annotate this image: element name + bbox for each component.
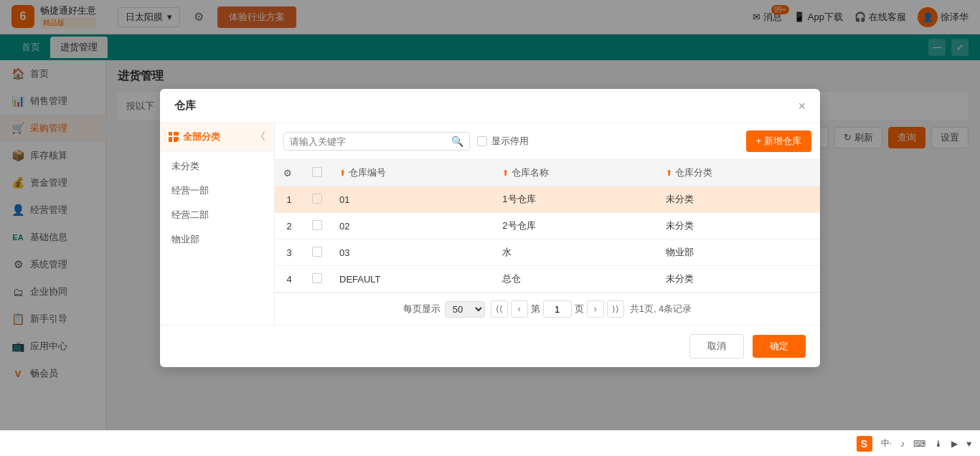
- category-item-unclassified[interactable]: 未分类: [160, 154, 274, 179]
- prev-page-button[interactable]: ‹: [511, 300, 528, 318]
- page-unit: 页: [575, 303, 584, 315]
- last-page-button[interactable]: ⟩⟩: [607, 300, 624, 318]
- status-play[interactable]: ▶: [951, 439, 958, 449]
- category-panel: 全部分类 《 未分类 经营一部 经营二部 物业部: [160, 123, 275, 325]
- row-3-index: 3: [275, 239, 303, 266]
- row-1-index: 1: [275, 186, 303, 213]
- col-name-header: ⬆仓库名称: [494, 160, 656, 186]
- table-row[interactable]: 3 03 水 物业部: [275, 239, 820, 266]
- all-categories[interactable]: 全部分类: [169, 130, 220, 143]
- status-sound[interactable]: ♪: [900, 439, 905, 449]
- show-disabled-toggle[interactable]: 显示停用: [477, 135, 529, 148]
- col-settings-header: ⚙: [275, 160, 303, 186]
- table-row[interactable]: 1 01 1号仓库 未分类: [275, 186, 820, 213]
- status-temp[interactable]: 🌡: [934, 439, 943, 449]
- row-2-check[interactable]: [303, 213, 331, 239]
- page-input[interactable]: [543, 300, 572, 318]
- row-3-name: 水: [494, 239, 656, 266]
- per-page-dropdown[interactable]: 50 100 200: [445, 301, 485, 318]
- grid-icon: [169, 132, 179, 142]
- status-favorite[interactable]: ♥: [966, 439, 971, 449]
- category-item-property[interactable]: 物业部: [160, 227, 274, 252]
- row-1-name: 1号仓库: [494, 186, 656, 213]
- row-4-name: 总仓: [494, 266, 656, 293]
- col-category-header: ⬆仓库分类: [657, 160, 820, 186]
- s-logo: S: [857, 436, 872, 452]
- table-toolbar: 🔍 显示停用 + 新增仓库: [275, 123, 820, 160]
- row-2-name: 2号仓库: [494, 213, 656, 239]
- data-table: ⚙ ⬆仓库编号 ⬆仓库名称 ⬆仓库分类 1 01: [275, 160, 820, 293]
- modal-close-button[interactable]: ×: [798, 100, 806, 113]
- table-row[interactable]: 4 DEFAULT 总仓 未分类: [275, 266, 820, 293]
- category-header: 全部分类 《: [160, 123, 274, 151]
- row-3-category: 物业部: [657, 239, 820, 266]
- warehouse-modal: 仓库 × 全部分类 《 未分类 经营一部 经营二部 物业部: [160, 89, 820, 367]
- cancel-button[interactable]: 取消: [689, 334, 744, 358]
- table-panel: 🔍 显示停用 + 新增仓库 ⚙: [275, 123, 820, 325]
- show-disabled-checkbox[interactable]: [477, 136, 487, 146]
- collapse-icon[interactable]: 《: [255, 130, 265, 143]
- row-1-check[interactable]: [303, 186, 331, 213]
- row-2-index: 2: [275, 213, 303, 239]
- page-label: 第: [531, 303, 540, 315]
- row-4-category: 未分类: [657, 266, 820, 293]
- modal-title: 仓库: [174, 99, 196, 113]
- row-3-check[interactable]: [303, 239, 331, 266]
- status-bar: S 中· ♪ ⌨ 🌡 ▶ ♥: [0, 430, 980, 456]
- table-row[interactable]: 2 02 2号仓库 未分类: [275, 213, 820, 239]
- per-page-label: 每页显示: [403, 303, 440, 315]
- row-3-code: 03: [331, 239, 494, 266]
- col-code-header: ⬆仓库编号: [331, 160, 494, 186]
- table-header-row: ⚙ ⬆仓库编号 ⬆仓库名称 ⬆仓库分类: [275, 160, 820, 186]
- category-item-dept2[interactable]: 经营二部: [160, 203, 274, 227]
- search-box: 🔍: [283, 132, 470, 151]
- pagination: 每页显示 50 100 200 ⟨⟨ ‹ 第 页 ›: [275, 293, 820, 325]
- confirm-button[interactable]: 确定: [753, 335, 806, 358]
- row-4-check[interactable]: [303, 266, 331, 293]
- row-2-code: 02: [331, 213, 494, 239]
- page-size-select: 每页显示 50 100 200: [403, 301, 485, 318]
- modal-header: 仓库 ×: [160, 89, 820, 123]
- category-list: 未分类 经营一部 经营二部 物业部: [160, 151, 274, 325]
- modal-footer: 取消 确定: [160, 325, 820, 367]
- show-disabled-label: 显示停用: [491, 135, 529, 148]
- all-categories-label: 全部分类: [183, 130, 220, 143]
- row-1-category: 未分类: [657, 186, 820, 213]
- page-nav: ⟨⟨ ‹ 第 页 › ⟩⟩: [491, 300, 624, 318]
- category-item-dept1[interactable]: 经营一部: [160, 179, 274, 203]
- row-4-index: 4: [275, 266, 303, 293]
- warehouse-table: ⚙ ⬆仓库编号 ⬆仓库名称 ⬆仓库分类 1 01: [275, 160, 820, 293]
- row-2-category: 未分类: [657, 213, 820, 239]
- first-page-button[interactable]: ⟨⟨: [491, 300, 508, 318]
- next-page-button[interactable]: ›: [587, 300, 604, 318]
- modal-overlay: 仓库 × 全部分类 《 未分类 经营一部 经营二部 物业部: [0, 0, 980, 456]
- status-keyboard[interactable]: ⌨: [913, 439, 925, 449]
- status-chinese[interactable]: 中·: [881, 437, 892, 450]
- add-warehouse-button[interactable]: + 新增仓库: [746, 130, 811, 152]
- page-total-info: 共1页, 4条记录: [630, 303, 692, 315]
- row-4-code: DEFAULT: [331, 266, 494, 293]
- search-icon[interactable]: 🔍: [451, 136, 463, 147]
- modal-body: 全部分类 《 未分类 经营一部 经营二部 物业部 🔍: [160, 123, 820, 325]
- col-check-header: [303, 160, 331, 186]
- row-1-code: 01: [331, 186, 494, 213]
- search-input[interactable]: [290, 136, 447, 147]
